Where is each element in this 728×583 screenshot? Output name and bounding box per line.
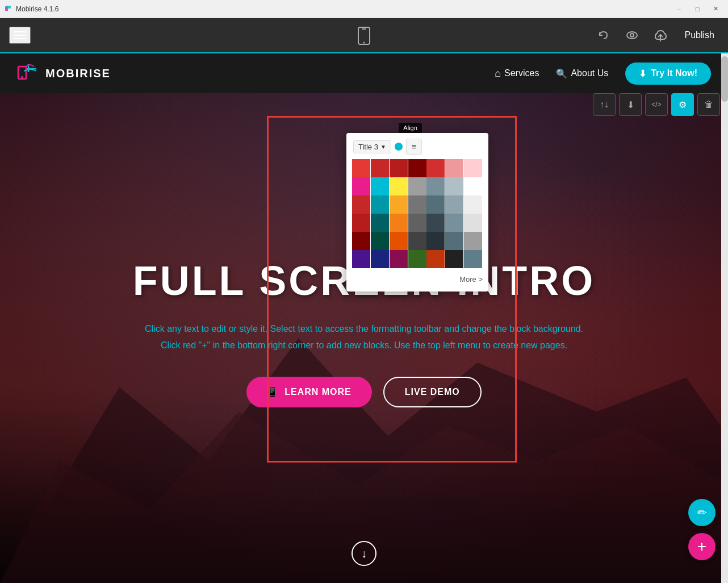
color-swatch[interactable] — [390, 177, 408, 195]
phone-icon: 📱 — [267, 386, 279, 397]
align-tooltip: Align — [399, 123, 421, 133]
color-swatch[interactable] — [426, 250, 445, 268]
site-brand: MOBIRISE — [17, 62, 111, 85]
color-swatch[interactable] — [464, 214, 482, 232]
color-picker-toolbar: Title 3 ▼ Align ≡ — [352, 139, 483, 155]
scrollbar-thumb[interactable] — [721, 56, 728, 102]
hero-buttons: 📱 LEARN MORE LIVE DEMO — [23, 377, 705, 407]
svg-point-5 — [627, 32, 637, 39]
undo-button[interactable] — [595, 27, 612, 44]
delete-button[interactable]: 🗑 — [697, 93, 720, 116]
color-swatch[interactable] — [445, 159, 463, 177]
download-icon: ⬇ — [639, 68, 646, 79]
chevron-down-icon: ▼ — [380, 144, 386, 150]
title-selector[interactable]: Title 3 ▼ — [353, 140, 391, 153]
color-swatch[interactable] — [352, 159, 370, 177]
svg-rect-1 — [6, 6, 11, 9]
toolbar-left — [9, 27, 31, 44]
search-icon: 🔍 — [556, 68, 567, 79]
color-swatch[interactable] — [371, 159, 389, 177]
toolbar-right: Publish — [595, 27, 719, 44]
color-swatch[interactable] — [445, 177, 463, 195]
color-swatch[interactable] — [464, 250, 482, 268]
color-swatch[interactable] — [426, 232, 445, 250]
color-swatch[interactable] — [464, 177, 482, 195]
app-title: Mobirise 4.1.6 — [16, 5, 58, 13]
page-area: MOBIRISE ⌂ Services 🔍 About Us ⬇ Try It … — [0, 53, 728, 583]
try-now-button[interactable]: ⬇ Try It Now! — [625, 63, 711, 85]
color-swatch[interactable] — [352, 177, 370, 195]
try-now-label: Try It Now! — [651, 68, 697, 78]
color-swatch[interactable] — [445, 214, 463, 232]
color-swatch[interactable] — [426, 159, 445, 177]
color-swatch[interactable] — [352, 195, 370, 214]
color-swatch[interactable] — [390, 250, 408, 268]
toolbar: Publish — [0, 18, 728, 53]
move-up-button[interactable]: ↑↓ — [593, 93, 616, 116]
color-swatch[interactable] — [408, 177, 426, 195]
color-swatch[interactable] — [408, 214, 426, 232]
scrollbar[interactable] — [721, 53, 728, 583]
align-button[interactable]: ≡ — [406, 139, 422, 155]
maximize-button[interactable]: □ — [689, 3, 705, 15]
color-swatch[interactable] — [445, 232, 463, 250]
color-swatch[interactable] — [464, 159, 482, 177]
color-swatch[interactable] — [371, 214, 389, 232]
color-swatch[interactable] — [390, 232, 408, 250]
color-active-dot[interactable] — [395, 143, 403, 151]
color-swatch[interactable] — [445, 250, 463, 268]
settings-button[interactable]: ⚙ — [671, 93, 694, 116]
color-swatch[interactable] — [464, 195, 482, 214]
minimize-button[interactable]: – — [671, 3, 687, 15]
preview-button[interactable] — [624, 27, 641, 44]
hamburger-line — [14, 35, 26, 36]
code-button[interactable]: </> — [645, 93, 668, 116]
color-swatch[interactable] — [371, 177, 389, 195]
color-swatch[interactable] — [426, 195, 445, 214]
live-demo-button[interactable]: LIVE DEMO — [383, 377, 482, 407]
color-swatch[interactable] — [371, 195, 389, 214]
color-swatch[interactable] — [445, 195, 463, 214]
color-swatch[interactable] — [390, 214, 408, 232]
color-swatch[interactable] — [352, 232, 370, 250]
hero-subtitle[interactable]: Click any text to edit or style it. Sele… — [137, 321, 591, 354]
publish-button[interactable]: Publish — [680, 28, 719, 43]
close-button[interactable]: ✕ — [708, 3, 723, 15]
color-grid — [352, 159, 483, 268]
nav-services[interactable]: ⌂ Services — [495, 68, 539, 80]
color-picker-popup: Title 3 ▼ Align ≡ More > — [346, 133, 488, 292]
color-swatch[interactable] — [408, 250, 426, 268]
color-swatch[interactable] — [408, 195, 426, 214]
title-bar: Mobirise 4.1.6 – □ ✕ — [0, 0, 728, 18]
svg-point-9 — [21, 76, 23, 78]
menu-button[interactable] — [9, 27, 31, 44]
download-block-button[interactable]: ⬇ — [619, 93, 642, 116]
color-swatch[interactable] — [390, 159, 408, 177]
color-swatch[interactable] — [426, 214, 445, 232]
color-swatch[interactable] — [371, 250, 389, 268]
color-swatch[interactable] — [352, 214, 370, 232]
nav-services-label: Services — [504, 68, 539, 78]
edit-fab-button[interactable]: ✏ — [688, 499, 716, 526]
color-swatch[interactable] — [352, 250, 370, 268]
color-swatch[interactable] — [371, 232, 389, 250]
upload-button[interactable] — [652, 27, 669, 44]
phone-preview-button[interactable] — [354, 24, 374, 47]
brand-name: MOBIRISE — [45, 67, 111, 80]
color-swatch[interactable] — [408, 232, 426, 250]
color-swatch[interactable] — [426, 177, 445, 195]
more-colors-link[interactable]: More > — [352, 273, 483, 286]
add-block-fab-button[interactable]: + — [688, 533, 716, 560]
title-bar-controls: – □ ✕ — [671, 3, 723, 15]
brand-icon — [17, 62, 40, 85]
color-swatch[interactable] — [390, 195, 408, 214]
live-demo-label: LIVE DEMO — [405, 387, 460, 397]
block-controls: ↑↓ ⬇ </> ⚙ 🗑 — [593, 93, 720, 116]
nav-about[interactable]: 🔍 About Us — [556, 68, 608, 79]
scroll-down-button[interactable]: ↓ — [352, 541, 376, 566]
learn-more-button[interactable]: 📱 LEARN MORE — [246, 377, 372, 407]
learn-more-label: LEARN MORE — [284, 387, 352, 397]
color-swatch[interactable] — [464, 232, 482, 250]
color-swatch[interactable] — [408, 159, 426, 177]
title-bar-left: Mobirise 4.1.6 — [5, 5, 58, 13]
